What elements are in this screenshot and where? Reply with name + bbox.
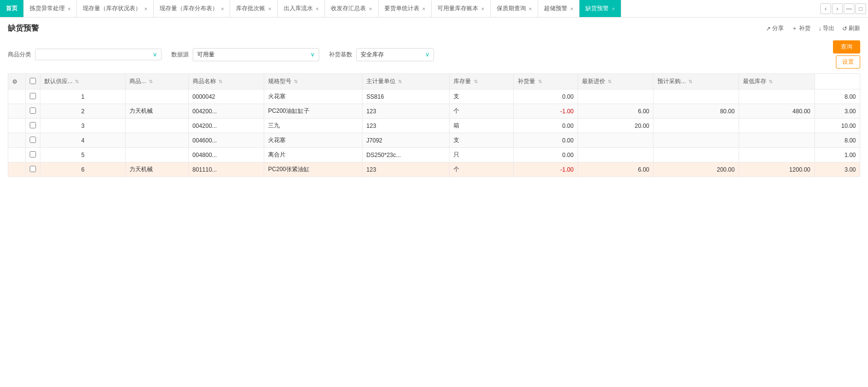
td-min-stock-5: 3.00: [814, 162, 860, 177]
settings-button[interactable]: 设置: [836, 55, 860, 69]
td-supplier-0: [126, 89, 188, 104]
export-button[interactable]: ↓ 导出: [818, 24, 834, 33]
th-supplier[interactable]: 默认供应... ⇅: [40, 74, 126, 89]
category-select[interactable]: ∨: [35, 49, 162, 60]
th-min-stock-label: 最低库存: [743, 78, 766, 85]
td-unit-0: 支: [450, 89, 514, 104]
td-settings-0: [8, 89, 26, 104]
row-checkbox-4[interactable]: [30, 151, 36, 158]
select-all-checkbox[interactable]: [30, 78, 36, 84]
td-checkbox-4[interactable]: [26, 148, 40, 162]
td-replenish-qty-5: 6.00: [578, 162, 653, 177]
th-product-name-label: 商品名称: [193, 78, 216, 85]
tab-abnormal-close[interactable]: ×: [68, 6, 71, 12]
th-settings[interactable]: ⚙: [8, 74, 26, 89]
min-stock-sort-icon: ⇅: [769, 79, 773, 84]
tab-home-label: 首页: [6, 4, 18, 13]
replenish-basis-select[interactable]: 安全库存 ∨: [356, 48, 434, 61]
query-button[interactable]: 查询: [833, 40, 860, 53]
th-latest-price[interactable]: 最新进价 ⇅: [578, 74, 653, 89]
th-spec[interactable]: 规格型号 ⇅: [264, 74, 362, 89]
replenish-basis-label: 补货基数: [329, 51, 352, 59]
datasource-arrow-icon: ∨: [310, 51, 315, 58]
replenish-button[interactable]: ＋ 补货: [792, 24, 811, 33]
tab-inventory-dist-label: 现存量（库存分布表）: [160, 4, 218, 13]
tab-shortage-label: 缺货预警: [585, 4, 609, 13]
tab-available-ledger-close[interactable]: ×: [481, 6, 484, 12]
tab-shortage[interactable]: 缺货预警 ×: [579, 0, 621, 17]
tab-demand-stat[interactable]: 要货单统计表 ×: [379, 0, 432, 17]
td-latest-price-1: 80.00: [653, 104, 739, 119]
datasource-select[interactable]: 可用量 ∨: [193, 48, 319, 61]
tab-receipt-summary-close[interactable]: ×: [369, 6, 372, 12]
tab-overstock-close[interactable]: ×: [570, 6, 573, 12]
td-settings-3: [8, 133, 26, 148]
table-row: 5 004800... 离合片 DS250*23c... 只 0.00 1.00: [8, 148, 860, 162]
row-checkbox-3[interactable]: [30, 137, 36, 143]
td-estimated-purchase-5: 1200.00: [739, 162, 814, 177]
tab-minimize[interactable]: —: [844, 3, 854, 14]
th-stock-label: 库存量: [453, 78, 471, 85]
tab-overstock[interactable]: 超储预警 ×: [538, 0, 579, 17]
td-stock-1: -1.00: [514, 104, 578, 119]
tab-receipt-summary[interactable]: 收发存汇总表 ×: [325, 0, 378, 17]
spec-sort-icon: ⇅: [294, 79, 298, 84]
th-estimated-purchase[interactable]: 预计采购... ⇅: [653, 74, 739, 89]
tab-batch-account-close[interactable]: ×: [268, 6, 271, 12]
row-checkbox-0[interactable]: [30, 93, 36, 99]
refresh-button[interactable]: ↺ 刷新: [842, 24, 860, 33]
tab-shortage-close[interactable]: ×: [612, 6, 615, 12]
td-row-num-0: 1: [40, 89, 126, 104]
refresh-label: 刷新: [849, 24, 860, 33]
datasource-value: 可用量: [197, 51, 215, 59]
td-row-num-5: 6: [40, 162, 126, 177]
th-min-stock[interactable]: 最低库存 ⇅: [739, 74, 814, 89]
tab-home[interactable]: 首页: [0, 0, 24, 17]
td-checkbox-5[interactable]: [26, 162, 40, 177]
th-unit[interactable]: 主计量单位 ⇅: [362, 74, 450, 89]
th-replenish-qty[interactable]: 补货量 ⇅: [514, 74, 578, 89]
tab-inventory-dist[interactable]: 现存量（库存分布表） ×: [154, 0, 230, 17]
row-checkbox-5[interactable]: [30, 166, 36, 172]
th-stock[interactable]: 库存量 ⇅: [450, 74, 514, 89]
tab-available-ledger[interactable]: 可用量库存账本 ×: [432, 0, 490, 17]
td-checkbox-2[interactable]: [26, 119, 40, 133]
td-supplier-4: [126, 148, 188, 162]
row-checkbox-1[interactable]: [30, 107, 36, 114]
td-checkbox-0[interactable]: [26, 89, 40, 104]
tab-inventory-status-close[interactable]: ×: [144, 6, 147, 12]
tab-inventory-dist-close[interactable]: ×: [221, 6, 224, 12]
tab-available-ledger-label: 可用量库存账本: [437, 4, 478, 13]
tab-expiry-query-close[interactable]: ×: [529, 6, 532, 12]
share-label: 分享: [772, 24, 784, 33]
td-settings-4: [8, 148, 26, 162]
td-replenish-qty-0: [578, 89, 653, 104]
td-supplier-1: 力天机械: [126, 104, 188, 119]
row-checkbox-2[interactable]: [30, 122, 36, 128]
tab-inventory-status[interactable]: 现存量（库存状况表） ×: [77, 0, 153, 17]
td-settings-5: [8, 162, 26, 177]
th-product-name[interactable]: 商品名称 ⇅: [188, 74, 264, 89]
tab-demand-stat-close[interactable]: ×: [422, 6, 425, 12]
tab-inout-flow[interactable]: 出入库流水 ×: [278, 0, 325, 17]
tab-scroll-left[interactable]: ‹: [820, 3, 831, 14]
refresh-icon: ↺: [842, 25, 847, 32]
tab-inout-flow-close[interactable]: ×: [316, 6, 319, 12]
th-product-code[interactable]: 商品... ⇅: [126, 74, 188, 89]
td-checkbox-1[interactable]: [26, 104, 40, 119]
td-latest-price-2: [653, 119, 739, 133]
td-unit-4: 只: [450, 148, 514, 162]
tab-expiry-query[interactable]: 保质期查询 ×: [491, 0, 538, 17]
table-row: 6 力天机械 801110... PC200张紧油缸 123 个 -1.00 6…: [8, 162, 860, 177]
tab-scroll-right[interactable]: ›: [832, 3, 843, 14]
th-checkbox[interactable]: [26, 74, 40, 89]
tab-batch-account[interactable]: 库存批次账 ×: [230, 0, 277, 17]
th-supplier-label: 默认供应...: [44, 78, 72, 85]
share-button[interactable]: ↗ 分享: [766, 24, 784, 33]
tab-abnormal[interactable]: 拣货异常处理 ×: [24, 0, 77, 17]
td-product-code-3: 004600...: [188, 133, 264, 148]
datasource-filter-group: 数据源 可用量 ∨: [171, 48, 319, 61]
td-checkbox-3[interactable]: [26, 133, 40, 148]
tab-maximize[interactable]: □: [855, 3, 866, 14]
td-product-code-2: 004200...: [188, 119, 264, 133]
